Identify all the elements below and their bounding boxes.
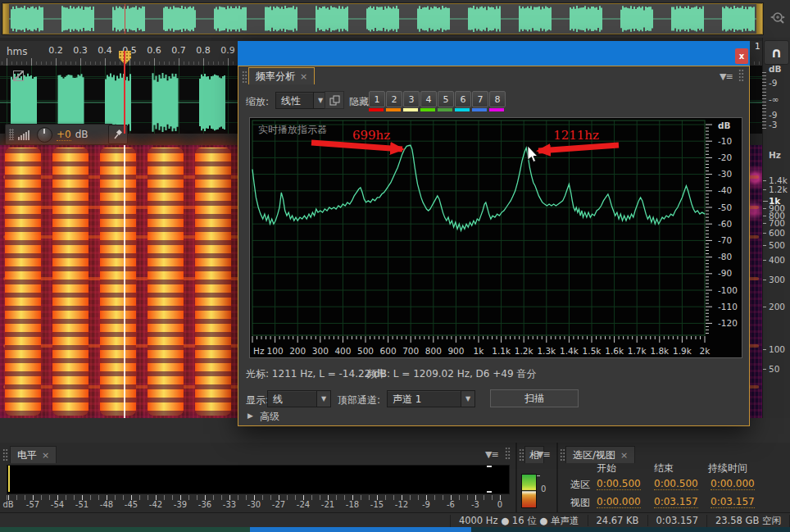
panel-grip[interactable] [2,448,8,462]
display-mode-select[interactable]: 线 ▼ [267,390,331,407]
tab-label: 频率分析 [256,70,295,84]
panel-menu-icon[interactable]: ▼≡ [485,449,498,460]
cursor-info: 光标: 1211 Hz, L = -14.22 dB [246,367,387,381]
hz-ruler-unit: Hz [769,150,781,160]
volume-hud[interactable]: +0 dB [5,124,113,145]
svg-text:-30: -30 [718,169,732,179]
monitor-headphone-button[interactable]: ∩ [764,40,789,65]
panel-drag-grip[interactable] [505,447,511,460]
spectrogram-energy-band [195,148,231,416]
display-mode-value: 线 [268,391,316,407]
timeline-tick-label: 0.4 [93,45,117,56]
free-space-status: 23.58 GB 空闲 [706,515,790,527]
svg-text:-20: -20 [718,152,732,162]
tab-label: 选区/视图 [573,448,615,462]
svg-text:1.8k: 1.8k [650,346,670,356]
svg-text:300: 300 [312,346,329,356]
panel-drag-grip[interactable] [738,69,744,82]
hz-ruler-tick [763,307,766,307]
volume-knob[interactable] [37,127,52,143]
channel-color-swatch [403,108,418,111]
tab-levels[interactable]: 电平 × [10,446,57,463]
panel-menu-icon[interactable]: ▼≡ [537,449,550,460]
hz-ruler-tick [763,189,766,190]
mouse-cursor-icon [528,146,538,162]
panel-divider [556,443,558,512]
tab-selection-view[interactable]: 选区/视图 × [565,446,635,463]
zoom-navigate-icon[interactable] [769,8,788,30]
hide-channel-button[interactable]: 5 [438,91,454,107]
view-start[interactable]: 0:00.000 [597,496,641,508]
svg-text:1.4k: 1.4k [560,346,579,356]
status-bar: 4000 Hz ● 16 位 ● 单声道 24.67 KB 0:03.157 2… [0,512,790,528]
hide-channel-button[interactable]: 4 [420,91,437,107]
panel-menu-icon[interactable]: ▼≡ [720,71,733,82]
bottom-panels: 电平 × ▼≡ dB-57-54-51-48-45-42-39-36-33-30… [0,443,790,512]
svg-text:1.1k: 1.1k [492,346,511,356]
tab-close-icon[interactable]: × [300,71,307,82]
file-size-status: 24.67 KB [588,515,647,526]
timeline-tick-label: 0.3 [68,45,93,56]
hide-channel-button[interactable]: 8 [489,91,506,107]
gain-unit: dB [75,129,89,140]
hidden-panel-fragment: 1 [755,41,760,51]
panel-grip[interactable] [519,448,524,462]
gain-value[interactable]: +0 [57,129,71,141]
taskbar-segment [0,527,250,532]
tab-close-icon[interactable]: × [42,450,49,461]
frequency-plot-box[interactable]: Hz1002003004005006007008009001k1.1k1.2k1… [249,117,742,358]
selection-duration[interactable]: 0:00.000 [711,478,755,490]
level-scale-label: -33 [219,500,240,509]
display-label: 显示: [246,393,269,407]
panel-divider [515,443,517,512]
level-scale-label: dB [0,500,19,509]
top-channel-select[interactable]: 声道 1 ▼ [387,390,475,407]
overview-left-handle[interactable] [3,4,9,34]
level-scale-label: -36 [194,500,216,509]
tab-close-icon[interactable]: × [620,450,628,461]
svg-text:1.9k: 1.9k [673,346,692,356]
channel-color-swatch [369,108,384,111]
advanced-expander-icon[interactable]: ▶ [247,412,253,420]
tab-frequency-analysis[interactable]: 频率分析 × [248,67,315,84]
selection-end[interactable]: 0:00.500 [654,478,698,490]
hz-ruler-tick [763,216,766,216]
view-duration[interactable]: 0:03.157 [711,496,755,508]
hz-ruler-label: 300 [769,275,785,284]
level-scale-label: -54 [47,500,68,509]
svg-text:-60: -60 [718,219,732,229]
panel-grip[interactable] [560,448,565,462]
hide-channel-button[interactable]: 2 [386,91,402,107]
hide-channel-button[interactable]: 6 [455,91,471,107]
overview-right-handle[interactable] [756,4,762,34]
db-ruler-unit: dB [769,64,782,74]
svg-text:1.3k: 1.3k [537,346,556,356]
envelope-handle-icon[interactable] [13,70,24,81]
svg-text:1.6k: 1.6k [605,346,624,356]
svg-text:-80: -80 [718,252,732,261]
channel-color-swatch [420,108,435,111]
svg-text:800: 800 [425,346,442,356]
zoom-mode-select[interactable]: 线性 ▼ [275,92,328,109]
copy-frequencies-button[interactable] [325,91,344,109]
level-scale-label: -15 [366,500,388,509]
hide-channel-button[interactable]: 7 [472,91,488,107]
hide-channel-button[interactable]: 3 [403,91,420,107]
dialog-titlebar[interactable] [238,41,750,66]
hz-ruler-label: 100 [769,344,785,354]
timeline-tick-label: 0.8 [191,45,216,56]
panel-grip[interactable] [242,70,247,84]
advanced-label[interactable]: 高级 [260,410,279,424]
selection-start[interactable]: 0:00.500 [597,478,641,490]
level-scale-label: 0 [489,500,511,509]
scan-button[interactable]: 扫描 [490,389,579,407]
dialog-close-button[interactable]: x [735,48,748,64]
hz-ruler-tick [763,208,766,209]
hide-channel-button[interactable]: 1 [369,91,385,107]
channel-color-swatch [489,108,504,111]
playhead-line-spectral [124,145,125,418]
frequency-plot: Hz1002003004005006007008009001k1.1k1.2k1… [250,118,742,357]
overview-range-selector[interactable] [2,3,763,34]
view-end[interactable]: 0:03.157 [654,496,698,508]
hud-grip[interactable] [9,129,14,140]
